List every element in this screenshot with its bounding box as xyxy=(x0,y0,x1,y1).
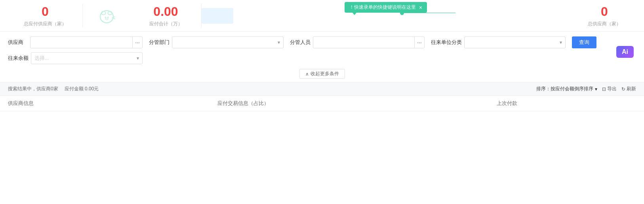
refresh-icon: ↻ xyxy=(621,86,625,92)
svg-point-5 xyxy=(105,18,108,20)
collapse-button[interactable]: ∧ 收起更多条件 xyxy=(299,69,345,79)
col-last-payment: 上次付款 xyxy=(497,100,636,107)
query-button[interactable]: 查询 xyxy=(572,36,596,48)
filter-row-2: 往来余额 选择... ▾ xyxy=(8,52,636,64)
collapse-bar: ∧ 收起更多条件 xyxy=(8,67,636,82)
person-dots-btn[interactable]: ··· xyxy=(414,37,424,48)
person-input[interactable] xyxy=(313,38,414,48)
export-label: 导出 xyxy=(607,86,617,92)
refresh-label: 刷新 xyxy=(627,86,636,92)
supplier-dots-btn[interactable]: ··· xyxy=(132,37,142,48)
collapse-up-icon: ∧ xyxy=(305,71,309,77)
balance-select[interactable]: 选择... ▾ xyxy=(31,52,143,64)
result-bar: 搜索结果中，供应商0家 应付金额 0.00元 排序：按应付会额倒序排序 ▾ ⊡ … xyxy=(0,82,644,96)
supplier-count: 0 xyxy=(601,4,608,19)
refresh-button[interactable]: ↻ 刷新 xyxy=(621,86,636,92)
tooltip-close-icon[interactable]: × xyxy=(419,5,422,10)
summary-item-payable: 0 总应付供应商（家） xyxy=(8,4,83,27)
col-transaction-info: 应付交易信息（占比） xyxy=(217,100,497,107)
result-actions: 排序：按应付会额倒序排序 ▾ ⊡ 导出 ↻ 刷新 xyxy=(536,86,636,92)
summary-bar: 0 总应付供应商（家） 0.00 应付合计（万） ！快速录单的快捷键说明在这里 … xyxy=(0,0,644,32)
tooltip-text: ！快速录单的快捷键说明在这里 xyxy=(349,4,416,11)
person-filter-label: 分管人员 xyxy=(290,39,311,46)
supplier-label: 总供应商（家） xyxy=(588,21,621,27)
ai-button[interactable]: Ai xyxy=(616,46,634,58)
sort-label: 排序：按应付会额倒序排序 xyxy=(536,86,593,92)
filter-section: 供应商 ··· 分管部门 ▾ 分管人员 ··· 往来单位分类 xyxy=(0,32,644,82)
total-amount: 0.00 xyxy=(153,4,178,19)
filter-row-1: 供应商 ··· 分管部门 ▾ 分管人员 ··· 往来单位分类 xyxy=(8,36,636,48)
supplier-input-wrapper[interactable]: ··· xyxy=(30,36,143,48)
filter-dept: 分管部门 ▾ xyxy=(149,36,284,48)
pig-icon xyxy=(95,4,118,28)
icon-block xyxy=(202,8,233,24)
table-header: 供应商信息 应付交易信息（占比） 上次付款 xyxy=(0,96,644,111)
result-supplier-count: 搜索结果中，供应商0家 xyxy=(8,86,58,92)
tooltip-line xyxy=(404,13,455,13)
payable-count: 0 xyxy=(42,4,49,19)
sort-select[interactable]: 排序：按应付会额倒序排序 ▾ xyxy=(536,86,597,92)
payable-label: 总应付供应商（家） xyxy=(24,21,67,27)
col-supplier-info: 供应商信息 xyxy=(8,100,217,107)
dept-select[interactable]: ▾ xyxy=(172,36,284,48)
summary-item-supplier: 0 总供应商（家） xyxy=(565,4,636,27)
filter-category: 往来单位分类 ▾ xyxy=(431,36,566,48)
result-amount: 应付金额 0.00元 xyxy=(65,86,99,92)
category-select[interactable]: ▾ xyxy=(464,36,566,48)
filter-supplier: 供应商 ··· xyxy=(8,36,143,48)
balance-select-placeholder: 选择... xyxy=(34,55,49,62)
category-filter-label: 往来单位分类 xyxy=(431,39,462,46)
dept-filter-label: 分管部门 xyxy=(149,39,170,46)
supplier-filter-label: 供应商 xyxy=(8,39,28,46)
person-input-wrapper[interactable]: ··· xyxy=(313,36,425,48)
balance-filter-label: 往来余额 xyxy=(8,55,29,62)
filter-person: 分管人员 ··· xyxy=(290,36,425,48)
svg-point-4 xyxy=(107,17,109,18)
summary-item-total: 0.00 应付合计（万） xyxy=(130,4,202,27)
category-chevron-icon: ▾ xyxy=(560,40,562,45)
result-info: 搜索结果中，供应商0家 应付金额 0.00元 xyxy=(8,86,99,92)
dept-chevron-icon: ▾ xyxy=(278,40,280,45)
balance-chevron-icon: ▾ xyxy=(137,55,139,61)
export-button[interactable]: ⊡ 导出 xyxy=(602,86,617,92)
export-icon: ⊡ xyxy=(602,86,606,92)
table-body xyxy=(0,111,644,204)
tooltip-bubble: ！快速录单的快捷键说明在这里 × xyxy=(345,2,427,13)
svg-point-0 xyxy=(100,11,113,23)
supplier-input[interactable] xyxy=(30,38,132,48)
filter-balance: 往来余额 选择... ▾ xyxy=(8,52,143,64)
total-label: 应付合计（万） xyxy=(149,21,183,27)
svg-point-3 xyxy=(105,17,106,18)
collapse-label: 收起更多条件 xyxy=(311,71,339,77)
sort-chevron-icon: ▾ xyxy=(595,86,597,92)
